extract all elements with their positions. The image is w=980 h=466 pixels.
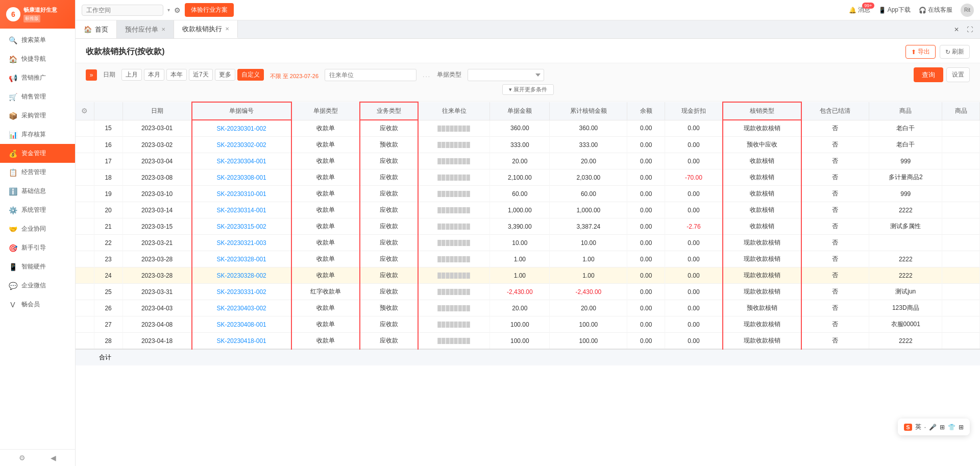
table-cell[interactable]: SK-20230310-001 [192,186,291,202]
sidebar-settings-btn[interactable]: ⚙ [19,454,26,462]
bill-no-link[interactable]: SK-20230321-003 [216,239,266,247]
bill-no-link[interactable]: SK-20230403-002 [216,305,266,312]
sidebar-item-guide[interactable]: 🎯 新手引导 [0,238,75,257]
bill-no-link[interactable]: SK-20230328-002 [216,272,266,279]
sidebar-item-quicknav[interactable]: 🏠 快捷导航 [0,50,75,68]
bill-type-select[interactable] [468,69,544,81]
sidebar-item-inventory[interactable]: 📊 库存核算 [0,125,75,144]
floating-mic-icon[interactable]: 🎤 [929,424,937,431]
workspace-input[interactable] [82,5,163,16]
online-service-btn[interactable]: 🎧 在线客服 [919,6,952,14]
table-cell: 25 [94,284,122,300]
settings-icon[interactable]: ⚙ [174,6,181,14]
table-cell[interactable]: SK-20230328-001 [192,251,291,267]
table-cell: ████████ [418,137,490,153]
sidebar-item-system[interactable]: ⚙️ 系统管理 [0,201,75,219]
table-row: 242023-03-28SK-20230328-002收款单应收款███████… [76,267,980,284]
tab-close-all-btn[interactable]: ✕ [950,23,963,36]
table-cell [942,202,980,218]
bill-no-link[interactable]: SK-20230408-001 [216,321,266,328]
user-avatar[interactable]: Rit [961,4,974,17]
bill-no-link[interactable]: SK-20230418-001 [216,337,266,345]
cart-icon: 🛒 [8,93,17,101]
bill-no-link[interactable]: SK-20230310-001 [216,190,266,198]
table-cell[interactable]: SK-20230328-002 [192,267,291,284]
export-button[interactable]: ⬆ 导出 [905,45,936,59]
content-header: 收款核销执行(按收款) ⬆ 导出 ↻ 刷新 [76,39,980,63]
filter-setting-button[interactable]: 设置 [946,67,970,82]
solution-button[interactable]: 体验行业方案 [185,3,234,17]
bill-no-link[interactable]: SK-20230304-001 [216,158,266,165]
expand-more-button[interactable]: ▾ 展开更多条件 [502,84,554,95]
notification-btn[interactable]: 🔔 消息 99+ [849,6,870,14]
custom-date-btn[interactable]: 自定义 [237,69,264,81]
table-cell[interactable]: SK-20230321-003 [192,235,291,251]
sidebar-item-hardware[interactable]: 📱 智能硬件 [0,257,75,276]
table-cell: 老白干 [869,120,942,137]
table-cell: 2023-03-08 [122,169,191,186]
bill-no-link[interactable]: SK-20230301-002 [216,125,266,132]
table-cell[interactable]: SK-20230314-001 [192,202,291,218]
floating-grid-icon[interactable]: ⊞ [940,424,945,431]
table-cell: 1,000.00 [550,202,627,218]
table-cell[interactable]: SK-20230403-002 [192,300,291,316]
query-button[interactable]: 查询 [914,67,943,82]
col-billno-header: 单据编号 [192,102,291,120]
col-date-header: 日期 [122,102,191,120]
sidebar-item-basic[interactable]: ℹ️ 基础信息 [0,182,75,201]
table-cell[interactable]: SK-20230308-001 [192,169,291,186]
sidebar-item-wechat[interactable]: 💬 企业微信 [0,276,75,295]
table-cell[interactable]: SK-20230408-001 [192,316,291,333]
floating-shirt-icon[interactable]: 👕 [948,424,955,431]
sidebar-item-operation[interactable]: 📋 经营管理 [0,163,75,182]
sidebar-item-purchase[interactable]: 📦 采购管理 [0,106,75,125]
more-date-btn[interactable]: 更多 [215,69,235,81]
bill-no-link[interactable]: SK-20230314-001 [216,207,266,214]
table-cell: 收款单 [291,316,360,333]
table-cell[interactable]: SK-20230301-002 [192,120,291,137]
sidebar-item-enterprise[interactable]: 🤝 企业协同 [0,219,75,238]
this-month-btn[interactable]: 本月 [144,69,164,81]
tab-expand-btn[interactable]: ⛶ [964,23,976,36]
table-row: 232023-03-28SK-20230328-001收款单应收款███████… [76,251,980,267]
col-settings-header[interactable]: ⚙ [76,102,94,120]
bill-no-link[interactable]: SK-20230302-002 [216,141,266,149]
table-cell: 应收款 [360,333,418,350]
table-cell[interactable]: SK-20230331-002 [192,284,291,300]
tab-home[interactable]: 🏠 首页 [76,20,117,38]
tab-receipt[interactable]: 收款核销执行 ✕ [174,20,238,38]
sidebar-item-marketing[interactable]: 📢 营销推广 [0,68,75,87]
partner-input[interactable] [325,69,416,81]
bill-no-link[interactable]: SK-20230315-002 [216,223,266,230]
table-cell: 2,030.00 [550,169,627,186]
table-cell: 2023-04-18 [122,333,191,350]
tab-prepay[interactable]: 预付应付单 ✕ [117,20,174,38]
table-cell: 360.00 [550,120,627,137]
sidebar-item-member[interactable]: V 畅会员 [0,295,75,314]
last-7days-btn[interactable]: 近7天 [189,69,213,81]
table-cell[interactable]: SK-20230418-001 [192,333,291,350]
tab-close-prepay[interactable]: ✕ [161,27,165,32]
table-row: 272023-04-08SK-20230408-001收款单应收款███████… [76,316,980,333]
app-download-btn[interactable]: 📱 App下载 [878,6,911,14]
query-actions: 查询 设置 [914,67,970,82]
col-biztype-header: 业务类型 [360,102,418,120]
sidebar-item-search[interactable]: 🔍 搜索菜单 [0,31,75,50]
sidebar-item-finance[interactable]: 💰 资金管理 [0,144,75,163]
last-month-btn[interactable]: 上月 [121,69,142,81]
table-cell[interactable]: SK-20230304-001 [192,153,291,169]
bill-no-link[interactable]: SK-20230328-001 [216,256,266,263]
table-cell[interactable]: SK-20230302-002 [192,137,291,153]
sidebar-item-sales[interactable]: 🛒 销售管理 [0,87,75,106]
refresh-button[interactable]: ↻ 刷新 [940,45,970,59]
this-year-btn[interactable]: 本年 [166,69,187,81]
table-cell[interactable]: SK-20230315-002 [192,218,291,235]
bill-no-link[interactable]: SK-20230331-002 [216,288,266,296]
sidebar-collapse-btn[interactable]: ◀ [51,454,56,462]
bill-no-link[interactable]: SK-20230308-001 [216,174,266,181]
column-settings-icon[interactable]: ⚙ [81,107,88,115]
filter-expand-btn[interactable]: » [86,69,97,81]
table-cell: 26 [94,300,122,316]
tab-close-receipt[interactable]: ✕ [225,26,229,32]
floating-apps-icon[interactable]: ⊞ [959,424,964,431]
